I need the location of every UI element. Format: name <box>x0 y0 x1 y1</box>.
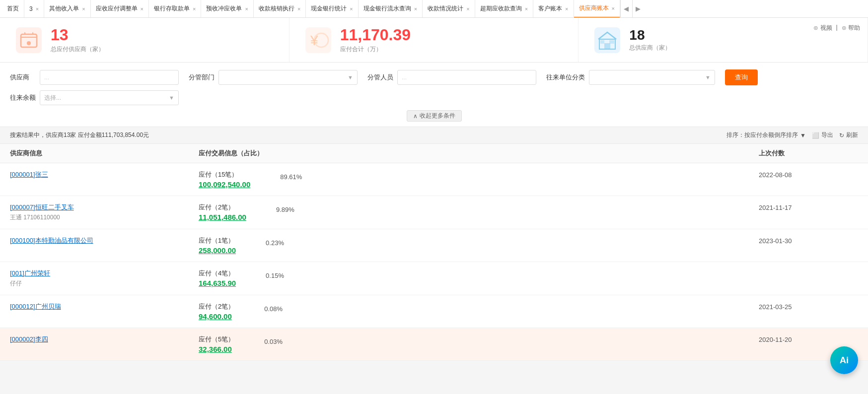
supplier-sub: 仔仔 <box>10 279 199 288</box>
close-icon[interactable]: × <box>141 6 144 12</box>
stat-text-ap-supplier: 13 总应付供应商（家） <box>51 26 104 53</box>
payable-amount[interactable]: 164,635.90 <box>199 279 236 287</box>
export-button[interactable]: ⬜ 导出 <box>812 131 833 139</box>
payable-amount[interactable]: 32,366.00 <box>199 345 234 353</box>
sort-select[interactable]: 排序：按应付余额倒序排序 ▼ <box>726 131 806 139</box>
refresh-button[interactable]: ↻ 刷新 <box>839 131 858 139</box>
collapse-button[interactable]: ∧ 收起更多条件 <box>407 110 462 122</box>
last-pay-col: 2022-08-08 <box>759 170 858 179</box>
close-icon[interactable]: × <box>82 6 85 12</box>
nav-tab-customer-account[interactable]: 客户账本 × <box>533 0 574 18</box>
payable-amount[interactable]: 258,000.00 <box>199 246 236 255</box>
payable-label: 应付（15笔） <box>199 170 250 179</box>
payable-col: 应付（15笔） 100,092,540.00 89.61% <box>199 170 759 189</box>
filter-item-category: 往来单位分类 ▼ <box>546 70 715 85</box>
supplier-link[interactable]: [000012]广州贝瑞 <box>10 303 61 310</box>
payable-amount[interactable]: 11,051,486.00 <box>199 213 246 221</box>
supplier-col: [000001]张三 <box>10 170 199 179</box>
balance-filter-label: 往来余额 <box>10 93 36 102</box>
filter-item-supplier: 供应商 ... <box>10 70 179 85</box>
stat-label-amount: 应付合计（万） <box>340 45 411 54</box>
supplier-link[interactable]: [000002]李四 <box>10 335 48 343</box>
close-icon[interactable]: × <box>612 5 615 11</box>
close-icon[interactable]: × <box>350 6 353 12</box>
nav-tab-cash-bank-stat[interactable]: 现金银行统计 × <box>306 0 358 18</box>
nav-tab-advance-charge[interactable]: 预收冲应收单 × <box>201 0 253 18</box>
sort-dropdown-icon: ▼ <box>800 132 806 139</box>
nav-tab-receipt-stat[interactable]: 收款情况统计 × <box>423 0 475 18</box>
close-icon[interactable]: × <box>466 6 469 12</box>
supplier-input[interactable]: ... <box>40 70 179 85</box>
filter-item-dept: 分管部门 ▼ <box>189 70 358 85</box>
th-last-pay: 上次付数 <box>759 149 858 158</box>
supplier-col: [000100]本特勤油品有限公司 <box>10 236 199 245</box>
nav-tab-ap-adjust[interactable]: 应收应付调整单 × <box>91 0 149 18</box>
svg-rect-3 <box>305 27 331 53</box>
collapse-bar: ∧ 收起更多条件 <box>10 110 858 122</box>
dept-input[interactable]: ▼ <box>218 70 358 85</box>
close-icon[interactable]: × <box>245 6 248 12</box>
last-pay-col <box>759 269 858 270</box>
category-dropdown-arrow: ▼ <box>705 74 711 80</box>
nav-tab-overdue-query[interactable]: 超期应收款查询 × <box>475 0 533 18</box>
stat-num-ap-supplier: 13 <box>51 26 104 44</box>
nav-tab-bank-deposit[interactable]: 银行存取款单 × <box>149 0 201 18</box>
supplier-link[interactable]: [000007]恒旺二手叉车 <box>10 203 74 211</box>
payable-col: 应付（2笔） 94,600.00 0.08% <box>199 302 759 321</box>
table-row: [000002]李四 应付（5笔） 32,366.00 0.03% 2020-1… <box>0 328 868 361</box>
close-icon[interactable]: × <box>414 6 417 12</box>
help-link[interactable]: ⊙ 帮助 <box>842 24 860 32</box>
close-icon[interactable]: × <box>297 6 300 12</box>
nav-tab-supplier-account[interactable]: 供应商账本 × <box>574 0 620 18</box>
payable-info: 应付（15笔） 100,092,540.00 <box>199 170 250 189</box>
video-link[interactable]: ⊙ 视频 <box>813 24 832 32</box>
supplier-link[interactable]: [000100]本特勤油品有限公司 <box>10 237 93 244</box>
store-icon <box>593 26 621 54</box>
stat-card-amount: ¥ 11,170.39 应付合计（万） <box>289 18 579 62</box>
table-header: 供应商信息 应付交易信息（占比） 上次付数 <box>0 144 868 163</box>
stat-card-ap-supplier: 13 总应付供应商（家） <box>0 18 289 62</box>
person-input-dots: ... <box>402 74 407 81</box>
supplier-link[interactable]: [001]广州荣轩 <box>10 269 50 277</box>
payable-label: 应付（2笔） <box>199 203 246 212</box>
nav-tab-receipt-verify[interactable]: 收款核销执行 × <box>254 0 306 18</box>
nav-right-arrow[interactable]: ▶ <box>632 0 644 18</box>
query-button[interactable]: 查询 <box>725 69 758 85</box>
balance-input[interactable]: 选择... ▼ <box>40 90 179 105</box>
close-icon[interactable]: × <box>193 6 196 12</box>
nav-left-arrow[interactable]: ◀ <box>620 0 632 18</box>
filter-item-balance: 往来余额 选择... ▼ <box>10 90 179 105</box>
results-actions: 排序：按应付余额倒序排序 ▼ ⬜ 导出 ↻ 刷新 <box>726 131 858 139</box>
stats-bar: 13 总应付供应商（家） ¥ 11,170.39 应付合计（万） <box>0 18 868 63</box>
last-pay-col: 2021-03-25 <box>759 302 858 311</box>
export-icon: ⬜ <box>812 132 819 139</box>
supplier-link[interactable]: [000001]张三 <box>10 171 48 178</box>
nav-tab-other-income[interactable]: 其他收入单 × <box>44 0 90 18</box>
svg-rect-8 <box>604 43 610 49</box>
balance-placeholder: 选择... <box>44 94 61 102</box>
table-body: [000001]张三 应付（15笔） 100,092,540.00 89.61%… <box>0 163 868 361</box>
payable-label: 应付（4笔） <box>199 269 236 278</box>
nav-tab-t3[interactable]: 3 × <box>24 0 44 18</box>
payable-pct: 0.23% <box>266 236 284 247</box>
th-payable: 应付交易信息（占比） <box>199 149 759 158</box>
top-right-links: ⊙ 视频 | ⊙ 帮助 <box>813 24 860 32</box>
category-input[interactable]: ▼ <box>589 70 715 85</box>
chevron-up-icon: ∧ <box>413 113 418 120</box>
close-icon[interactable]: × <box>36 6 39 12</box>
close-icon[interactable]: × <box>565 6 568 12</box>
nav-tab-home[interactable]: 首页 <box>2 0 24 18</box>
payable-amount[interactable]: 100,092,540.00 <box>199 180 250 189</box>
filter-row-2: 往来余额 选择... ▼ <box>10 90 858 105</box>
stat-num-total-supplier: 18 <box>629 28 671 43</box>
payable-info: 应付（5笔） 32,366.00 <box>199 335 234 353</box>
payable-amount[interactable]: 94,600.00 <box>199 312 234 321</box>
supplier-ap-icon <box>15 26 43 54</box>
nav-tab-cash-bank-flow[interactable]: 现金银行流水查询 × <box>359 0 423 18</box>
close-icon[interactable]: × <box>525 6 528 12</box>
person-input[interactable]: ... <box>397 70 536 85</box>
svg-point-2 <box>27 41 31 45</box>
data-table: 供应商信息 应付交易信息（占比） 上次付数 [000001]张三 应付（15笔）… <box>0 144 868 361</box>
last-pay-col: 2023-01-30 <box>759 236 858 245</box>
supplier-sub: 王通 17106110000 <box>10 213 199 222</box>
